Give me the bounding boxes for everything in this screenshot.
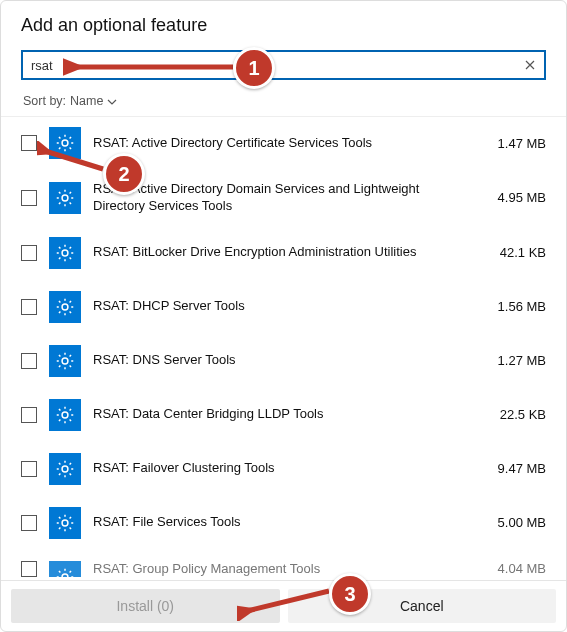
feature-name: RSAT: DNS Server Tools xyxy=(93,352,464,369)
feature-size: 42.1 KB xyxy=(476,245,546,260)
feature-icon xyxy=(49,399,81,431)
svg-point-2 xyxy=(62,250,68,256)
feature-size: 9.47 MB xyxy=(476,461,546,476)
feature-row[interactable]: RSAT: DHCP Server Tools1.56 MB xyxy=(1,281,566,333)
feature-size: 4.95 MB xyxy=(476,190,546,205)
feature-row[interactable]: RSAT: Active Directory Certificate Servi… xyxy=(1,117,566,169)
feature-checkbox[interactable] xyxy=(21,561,37,577)
optional-feature-dialog: Add an optional feature Sort by: Name RS… xyxy=(0,0,567,632)
feature-size: 1.56 MB xyxy=(476,299,546,314)
feature-row[interactable]: RSAT: Active Directory Domain Services a… xyxy=(1,171,566,225)
feature-checkbox[interactable] xyxy=(21,135,37,151)
feature-size: 5.00 MB xyxy=(476,515,546,530)
svg-point-4 xyxy=(62,358,68,364)
dialog-footer: Install (0) Cancel xyxy=(1,580,566,631)
feature-row[interactable]: RSAT: BitLocker Drive Encryption Adminis… xyxy=(1,227,566,279)
svg-point-7 xyxy=(62,520,68,526)
feature-icon xyxy=(49,345,81,377)
svg-point-0 xyxy=(62,140,68,146)
sort-by-label: Sort by: xyxy=(23,94,66,108)
feature-icon xyxy=(49,507,81,539)
sort-by-value: Name xyxy=(70,94,103,108)
sort-by-control[interactable]: Sort by: Name xyxy=(1,80,566,116)
feature-name: RSAT: Active Directory Domain Services a… xyxy=(93,181,464,215)
feature-checkbox[interactable] xyxy=(21,245,37,261)
feature-row[interactable]: RSAT: Data Center Bridging LLDP Tools22.… xyxy=(1,389,566,441)
feature-name: RSAT: Failover Clustering Tools xyxy=(93,460,464,477)
feature-name: RSAT: BitLocker Drive Encryption Adminis… xyxy=(93,244,464,261)
feature-list[interactable]: RSAT: Active Directory Certificate Servi… xyxy=(1,117,566,577)
install-button[interactable]: Install (0) xyxy=(11,589,280,623)
feature-icon xyxy=(49,561,81,577)
clear-search-button[interactable] xyxy=(522,57,538,73)
feature-checkbox[interactable] xyxy=(21,299,37,315)
search-field[interactable] xyxy=(21,50,546,80)
feature-icon xyxy=(49,182,81,214)
chevron-down-icon xyxy=(107,96,117,106)
feature-size: 1.27 MB xyxy=(476,353,546,368)
feature-checkbox[interactable] xyxy=(21,461,37,477)
svg-point-1 xyxy=(62,195,68,201)
svg-point-3 xyxy=(62,304,68,310)
svg-point-8 xyxy=(62,574,68,577)
feature-name: RSAT: DHCP Server Tools xyxy=(93,298,464,315)
feature-checkbox[interactable] xyxy=(21,515,37,531)
feature-icon xyxy=(49,453,81,485)
feature-row[interactable]: RSAT: File Services Tools5.00 MB xyxy=(1,497,566,549)
search-container xyxy=(21,50,546,80)
feature-size: 1.47 MB xyxy=(476,136,546,151)
feature-name: RSAT: Active Directory Certificate Servi… xyxy=(93,135,464,152)
feature-name: RSAT: Data Center Bridging LLDP Tools xyxy=(93,406,464,423)
search-input[interactable] xyxy=(29,57,522,74)
svg-point-6 xyxy=(62,466,68,472)
dialog-title: Add an optional feature xyxy=(21,15,546,36)
feature-row[interactable]: RSAT: DNS Server Tools1.27 MB xyxy=(1,335,566,387)
feature-size: 4.04 MB xyxy=(476,561,546,576)
dialog-header: Add an optional feature xyxy=(1,1,566,42)
annotation-circle-2: 2 xyxy=(103,153,145,195)
feature-row[interactable]: RSAT: Group Policy Management Tools4.04 … xyxy=(1,551,566,577)
feature-checkbox[interactable] xyxy=(21,353,37,369)
svg-point-5 xyxy=(62,412,68,418)
feature-icon xyxy=(49,291,81,323)
feature-name: RSAT: Group Policy Management Tools xyxy=(93,561,464,577)
feature-checkbox[interactable] xyxy=(21,407,37,423)
close-icon xyxy=(525,60,535,70)
cancel-button[interactable]: Cancel xyxy=(288,589,557,623)
annotation-circle-3: 3 xyxy=(329,573,371,615)
feature-icon xyxy=(49,127,81,159)
annotation-circle-1: 1 xyxy=(233,47,275,89)
feature-name: RSAT: File Services Tools xyxy=(93,514,464,531)
feature-icon xyxy=(49,237,81,269)
feature-checkbox[interactable] xyxy=(21,190,37,206)
feature-size: 22.5 KB xyxy=(476,407,546,422)
feature-row[interactable]: RSAT: Failover Clustering Tools9.47 MB xyxy=(1,443,566,495)
